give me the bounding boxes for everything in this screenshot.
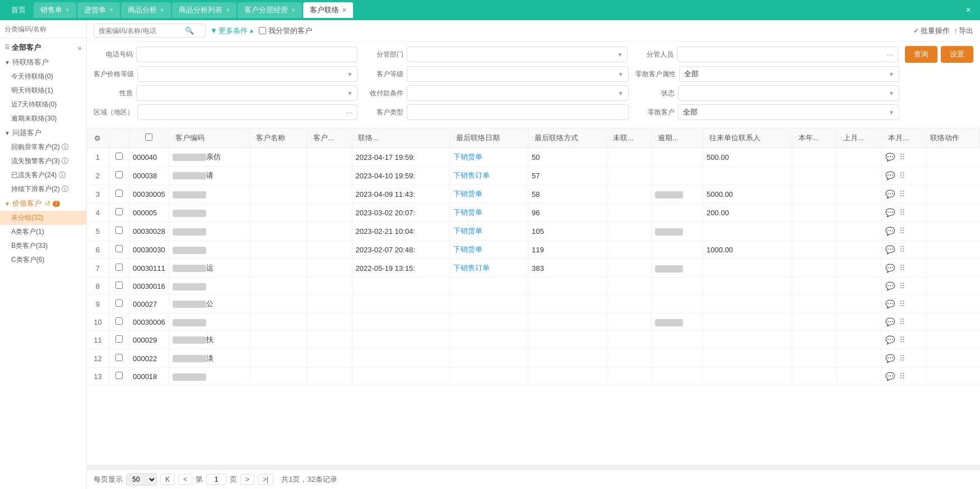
message-icon-3[interactable]: 💬	[885, 190, 895, 199]
row-checkbox-10[interactable]	[115, 317, 123, 325]
sidebar-collapse-icon[interactable]: »	[78, 44, 82, 52]
sidebar-item-a-class[interactable]: A类客户(1)	[0, 225, 86, 239]
region-select[interactable]: ···	[137, 104, 357, 120]
contact-way-link-1[interactable]: 下销货单	[453, 153, 482, 161]
tab-sales[interactable]: 销售单 ×	[34, 2, 76, 18]
sidebar-item-declining[interactable]: 持续下滑客户(2) ⓘ	[0, 182, 86, 196]
first-page-btn[interactable]: K	[160, 474, 175, 485]
retail-attr-select[interactable]: 全部 ▼	[679, 66, 899, 82]
value-refresh-icon[interactable]: ↺	[45, 200, 50, 207]
next-page-btn[interactable]: >	[240, 474, 254, 485]
contact-way-link-3[interactable]: 下销货单	[453, 190, 482, 198]
cell-check-7[interactable]	[109, 259, 129, 278]
export-btn[interactable]: ↑ 导出	[954, 26, 974, 36]
sidebar-item-overdue[interactable]: 逾期未联络(30)	[0, 112, 86, 126]
sidebar-group-value[interactable]: ▼ 价值客户 ↺ !	[0, 196, 86, 211]
row-checkbox-12[interactable]	[115, 354, 123, 361]
message-icon-12[interactable]: 💬	[885, 354, 895, 363]
cell-action-11[interactable]: 💬 ⠿	[881, 331, 926, 349]
cell-check-6[interactable]	[109, 241, 129, 259]
message-icon-11[interactable]: 💬	[885, 335, 895, 344]
cell-action-1[interactable]: 💬 ⠿	[881, 148, 926, 167]
grid-action-icon-9[interactable]: ⠿	[899, 299, 905, 308]
row-checkbox-9[interactable]	[115, 299, 123, 307]
contact-way-link-4[interactable]: 下销货单	[453, 208, 482, 216]
cell-check-1[interactable]	[109, 148, 129, 167]
sidebar-item-c-class[interactable]: C类客户(6)	[0, 253, 86, 267]
message-icon-9[interactable]: 💬	[885, 299, 895, 308]
row-checkbox-13[interactable]	[115, 372, 123, 379]
cell-way-4[interactable]: 下销货单	[449, 204, 528, 222]
cell-check-4[interactable]	[109, 204, 129, 222]
main-search-icon[interactable]: 🔍	[185, 26, 194, 35]
cell-way-6[interactable]: 下销货单	[449, 241, 528, 259]
grid-action-icon-10[interactable]: ⠿	[899, 317, 905, 326]
sidebar-search-input[interactable]	[4, 25, 87, 33]
row-checkbox-2[interactable]	[115, 171, 123, 178]
cell-action-7[interactable]: 💬 ⠿	[881, 259, 926, 278]
retail-select[interactable]: 全部 ▼	[678, 104, 899, 120]
cell-action-9[interactable]: 💬 ⠿	[881, 295, 926, 313]
grid-action-icon-3[interactable]: ⠿	[899, 190, 905, 199]
message-icon-2[interactable]: 💬	[885, 171, 895, 180]
cell-check-2[interactable]	[109, 167, 129, 185]
select-all-checkbox[interactable]	[145, 133, 152, 141]
message-icon-5[interactable]: 💬	[885, 227, 895, 236]
sidebar-item-abnormal[interactable]: 回购异常客户(2) ⓘ	[0, 140, 86, 154]
message-icon-10[interactable]: 💬	[885, 317, 895, 326]
tab-product-analysis[interactable]: 商品分析 ×	[121, 2, 171, 18]
grid-action-icon-6[interactable]: ⠿	[899, 245, 905, 254]
cell-action-6[interactable]: 💬 ⠿	[881, 241, 926, 259]
tab-product-analysis-list[interactable]: 商品分析列表 ×	[172, 2, 236, 18]
customer-type-input[interactable]	[407, 104, 628, 120]
grid-action-icon-13[interactable]: ⠿	[899, 372, 905, 381]
th-settings[interactable]: ⚙	[87, 128, 109, 148]
tab-customer-segment-close[interactable]: ×	[291, 6, 295, 14]
tab-customer-contact-close[interactable]: ×	[342, 6, 346, 14]
cell-check-9[interactable]	[109, 295, 129, 313]
cell-way-3[interactable]: 下销货单	[449, 185, 528, 204]
dept-select[interactable]: ▼	[407, 47, 628, 62]
cell-check-12[interactable]	[109, 349, 129, 368]
reset-button[interactable]: 设置	[941, 46, 973, 63]
message-icon-7[interactable]: 💬	[885, 264, 895, 273]
customer-level-select[interactable]: ▼	[407, 66, 628, 82]
phone-input[interactable]	[136, 47, 357, 62]
grid-action-icon-11[interactable]: ⠿	[899, 335, 905, 344]
cell-way-2[interactable]: 下销售订单	[449, 167, 528, 185]
status-select[interactable]: ▼	[678, 85, 899, 101]
row-checkbox-11[interactable]	[115, 335, 123, 343]
cell-way-5[interactable]: 下销货单	[449, 222, 528, 241]
cell-action-12[interactable]: 💬 ⠿	[881, 349, 926, 368]
sidebar-item-lost[interactable]: 已流失客户(24) ⓘ	[0, 168, 86, 182]
row-checkbox-6[interactable]	[115, 245, 123, 252]
page-size-select[interactable]: 50 100	[126, 473, 157, 486]
row-checkbox-3[interactable]	[115, 190, 123, 197]
message-icon-6[interactable]: 💬	[885, 245, 895, 254]
cell-way-7[interactable]: 下销售订单	[449, 259, 528, 278]
tab-customer-segment[interactable]: 客户分层经营 ×	[238, 2, 302, 18]
cell-action-3[interactable]: 💬 ⠿	[881, 185, 926, 204]
main-search-input[interactable]	[99, 27, 183, 35]
message-icon-13[interactable]: 💬	[885, 372, 895, 381]
th-check[interactable]	[129, 128, 169, 148]
sidebar-search-box[interactable]: 🔍	[0, 20, 86, 38]
cell-check-13[interactable]	[109, 368, 129, 385]
my-customers-checkbox[interactable]	[259, 27, 266, 34]
manager-select[interactable]: ···	[677, 47, 898, 62]
tab-customer-contact[interactable]: 客户联络 ×	[303, 2, 353, 18]
search-button[interactable]: 查询	[905, 46, 937, 63]
horizontal-scrollbar[interactable]	[87, 465, 980, 469]
sidebar-item-7days[interactable]: 近7天待联络(0)	[0, 98, 86, 112]
cell-way-1[interactable]: 下销货单	[449, 148, 528, 167]
cell-action-8[interactable]: 💬 ⠿	[881, 278, 926, 295]
cell-check-3[interactable]	[109, 185, 129, 204]
cell-check-10[interactable]	[109, 313, 129, 331]
cell-check-8[interactable]	[109, 278, 129, 295]
row-checkbox-4[interactable]	[115, 208, 123, 215]
contact-way-link-2[interactable]: 下销售订单	[453, 171, 490, 179]
batch-operations-btn[interactable]: ✓ 批量操作	[913, 26, 950, 36]
grid-action-icon-5[interactable]: ⠿	[899, 227, 905, 236]
row-checkbox-1[interactable]	[115, 153, 123, 160]
sidebar-group-problem[interactable]: ▼ 问题客户	[0, 126, 86, 140]
